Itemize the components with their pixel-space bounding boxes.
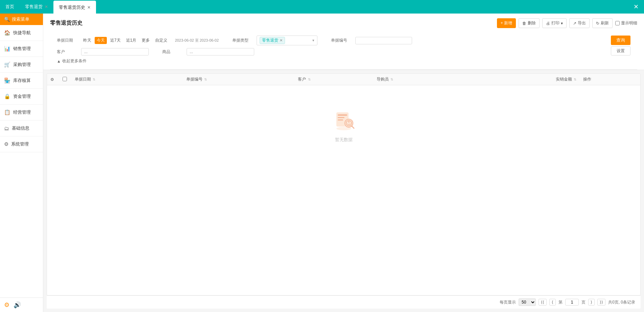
select-all-checkbox[interactable]	[63, 77, 67, 81]
sidebar-item-sales[interactable]: 📊 销售管理	[0, 41, 43, 57]
sidebar-item-label: 快捷导航	[13, 30, 31, 36]
date-btn-more[interactable]: 更多	[140, 37, 152, 44]
date-btn-yesterday[interactable]: 昨天	[81, 37, 93, 44]
purchase-icon: 🛒	[4, 62, 10, 68]
show-detail-checkbox-label[interactable]: 显示明细	[615, 20, 637, 26]
date-btn-custom[interactable]: 自定义	[153, 37, 169, 44]
sales-icon: 📊	[4, 46, 10, 52]
goods-input[interactable]	[187, 48, 254, 55]
export-button[interactable]: ↗ 导出	[569, 18, 590, 28]
filter-row-2: 客户 商品	[57, 48, 605, 55]
tab-home[interactable]: 首页	[0, 0, 20, 14]
th-amount-sort-icon[interactable]: ⇅	[574, 77, 576, 81]
delete-icon: 🗑	[522, 21, 526, 26]
tab-retail-return[interactable]: 零售退货 ✕	[20, 0, 53, 14]
system-icon: ⚙	[4, 141, 8, 147]
export-label: 导出	[578, 20, 586, 26]
th-guide-sort-icon[interactable]: ⇅	[390, 77, 393, 81]
sidebar-item-finance[interactable]: 🔒 资金管理	[0, 89, 43, 105]
sidebar-item-basic-info[interactable]: 🗂 基础信息	[0, 120, 43, 136]
print-icon: 🖨	[546, 21, 550, 26]
window-close-button[interactable]: ✕	[628, 3, 644, 10]
sidebar-item-label: 基础信息	[12, 125, 29, 131]
type-dropdown-icon[interactable]: ▾	[312, 38, 314, 43]
tab-retail-return-history-close[interactable]: ✕	[87, 5, 91, 10]
type-filter-box[interactable]: 零售退货 ✕ ▾	[257, 36, 317, 45]
th-customer: 客户 ⇅	[294, 74, 373, 85]
sidebar-search[interactable]: 🔍 搜索菜单	[0, 14, 43, 25]
filter-row-1: 单据日期 昨天 今天 近7天 近1月 更多 自定义 2023-06-02 至 2…	[57, 36, 605, 45]
collapse-label: 收起更多条件	[62, 58, 87, 64]
last-page-button[interactable]: ⟩⟩	[597, 299, 605, 306]
collapse-button[interactable]: ▲ 收起更多条件	[57, 58, 605, 64]
query-button[interactable]: 查询	[611, 36, 630, 45]
svg-rect-4	[338, 119, 343, 120]
sidebar-search-label: 搜索菜单	[12, 16, 29, 22]
date-btn-1month[interactable]: 近1月	[124, 37, 139, 44]
sidebar-item-system[interactable]: ⚙ 系统管理	[0, 136, 43, 152]
tab-retail-return-history-label: 零售退货历史	[59, 4, 85, 10]
sidebar-item-operations[interactable]: 📋 经营管理	[0, 105, 43, 120]
date-range-display: 2023-06-02 至 2023-06-02	[175, 38, 219, 43]
tab-home-label: 首页	[5, 4, 14, 10]
svg-point-8	[348, 121, 350, 122]
first-page-button[interactable]: ⟨⟨	[539, 299, 547, 306]
show-detail-label: 显示明细	[621, 20, 637, 26]
page-input[interactable]: 1	[565, 299, 579, 306]
th-action: 操作	[580, 74, 640, 85]
filter-settings-button[interactable]: 设置	[611, 46, 630, 55]
quick-nav-icon: 🏠	[4, 30, 10, 36]
print-button[interactable]: 🖨 打印 ▾	[542, 18, 567, 28]
svg-rect-2	[338, 114, 347, 116]
settings-gear-icon[interactable]: ⚙	[4, 301, 9, 309]
total-records: 共0页, 0条记录	[608, 299, 635, 305]
type-tag-close[interactable]: ✕	[280, 38, 283, 43]
th-voucher-sort-icon[interactable]: ⇅	[204, 77, 207, 81]
th-voucher-no-label: 单据编号	[186, 77, 202, 82]
tab-retail-return-close[interactable]: ✕	[45, 4, 48, 9]
column-settings-icon[interactable]: ⚙	[50, 77, 54, 82]
main-layout: 🔍 搜索菜单 🏠 快捷导航 📊 销售管理 🛒 采购管理 🏪 库存核算 🔒 资金管…	[0, 14, 644, 312]
sidebar-item-inventory[interactable]: 🏪 库存核算	[0, 73, 43, 89]
sidebar-item-label: 采购管理	[13, 62, 31, 68]
per-page-label: 每页显示	[500, 299, 516, 305]
prev-page-button[interactable]: ⟨	[549, 299, 556, 306]
next-page-button[interactable]: ⟩	[588, 299, 595, 306]
table-header-row: ⚙ 单据日期 ⇅ 单据编号 ⇅	[47, 74, 640, 85]
th-settings: ⚙	[47, 74, 59, 85]
page-title-bar: 零售退货历史 + 新增 🗑 删除 🖨 打印 ▾ ↗ 导出	[50, 18, 637, 28]
date-btn-7days[interactable]: 近7天	[108, 37, 123, 44]
table-body: 暂无数据	[47, 85, 640, 163]
search-icon: 🔍	[4, 17, 10, 22]
svg-rect-3	[338, 117, 344, 118]
empty-state: 暂无数据	[47, 85, 640, 163]
pagination-bar: 每页显示 10 20 50 100 ⟨⟨ ⟨ 第 1 页 ⟩ ⟩⟩ 共0页, 0…	[47, 295, 641, 309]
voucher-no-input[interactable]	[355, 37, 412, 44]
date-btn-today[interactable]: 今天	[95, 37, 107, 44]
volume-icon[interactable]: 🔊	[14, 301, 21, 309]
show-detail-checkbox[interactable]	[615, 21, 620, 25]
customer-input[interactable]	[81, 48, 149, 55]
th-date-sort-icon[interactable]: ⇅	[93, 77, 95, 81]
th-action-label: 操作	[583, 77, 591, 82]
new-button[interactable]: + 新增	[497, 18, 516, 28]
th-customer-sort-icon[interactable]: ⇅	[308, 77, 311, 81]
sidebar-item-quick-nav[interactable]: 🏠 快捷导航	[0, 25, 43, 41]
table-head: ⚙ 单据日期 ⇅ 单据编号 ⇅	[47, 74, 640, 85]
inventory-icon: 🏪	[4, 77, 10, 84]
th-date: 单据日期 ⇅	[71, 74, 183, 85]
page-label: 第	[558, 299, 563, 305]
operations-icon: 📋	[4, 109, 10, 115]
empty-state-row: 暂无数据	[47, 85, 640, 163]
collapse-arrow-icon: ▲	[57, 59, 61, 64]
customer-filter-label: 客户	[57, 49, 76, 55]
filter-area: 单据日期 昨天 今天 近7天 近1月 更多 自定义 2023-06-02 至 2…	[50, 32, 637, 70]
sidebar-item-label: 资金管理	[13, 93, 31, 99]
refresh-button[interactable]: ↻ 刷新	[592, 18, 613, 28]
delete-button[interactable]: 🗑 删除	[519, 18, 540, 28]
per-page-select[interactable]: 10 20 50 100	[519, 298, 536, 306]
tab-retail-return-history[interactable]: 零售退货历史 ✕	[53, 1, 96, 14]
sidebar-item-purchase[interactable]: 🛒 采购管理	[0, 57, 43, 73]
sidebar-item-label: 经营管理	[13, 109, 31, 115]
th-amount: 实销金额 ⇅	[468, 74, 580, 85]
